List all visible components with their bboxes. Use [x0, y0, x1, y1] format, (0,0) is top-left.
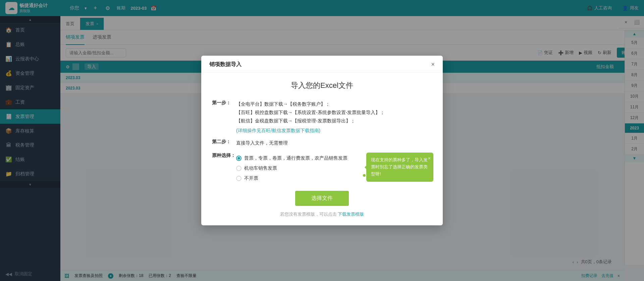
- download-template-link[interactable]: 下载发票模版: [338, 212, 364, 217]
- step2-row: 第二步： 直接导入文件，无需整理: [212, 139, 432, 147]
- step1-row: 第一步： 【全电平台】数据下载→【税务数字账户】； 【百旺】税控盘数据下载→【系…: [212, 100, 432, 135]
- radio-1-inner: [237, 157, 240, 160]
- ticket-option-2-label: 机动车销售发票: [244, 165, 277, 171]
- radio-3-circle: [236, 176, 241, 181]
- modal-close-button[interactable]: ×: [431, 61, 435, 68]
- tooltip-container: × 现在支持的票种多了，导入发票时别忘了选择正确的发票类型呀!: [366, 153, 433, 181]
- step1-line1: 【全电平台】数据下载→【税务数字账户】；: [236, 100, 432, 108]
- footer-text: 若您没有发票模版，可以点击: [280, 212, 337, 217]
- modal-footer: 若您没有发票模版，可以点击 下载发票模版: [212, 211, 432, 217]
- modal-main-title: 导入您的Excel文件: [212, 80, 432, 91]
- step1-line3: 【航信】金税盘数据下载→【报税管理-发票数据导出】；: [236, 117, 432, 125]
- tooltip-bubble: × 现在支持的票种多了，导入发票时别忘了选择正确的发票类型呀!: [366, 153, 433, 181]
- step2-label: 第二步：: [212, 139, 236, 147]
- radio-2-circle: [236, 166, 241, 171]
- step1-line2: 【百旺】税控盘数据下载→【系统设置-系统参数设置-发票批量导入】；: [236, 108, 432, 117]
- ticket-type-row: 票种选择： 普票，专票，卷票，通行费发票，农产品销售发票 机动车销售发票: [212, 153, 432, 181]
- modal-body: 导入您的Excel文件 第一步： 【全电平台】数据下载→【税务数字账户】； 【百…: [201, 72, 443, 226]
- tooltip-close-button[interactable]: ×: [428, 155, 431, 162]
- radio-1-circle: [236, 156, 241, 161]
- tooltip-dot: [362, 173, 366, 177]
- modal-dialog: 销项数据导入 × 导入您的Excel文件 第一步： 【全电平台】数据下载→【税务…: [201, 56, 443, 226]
- ticket-type-label: 票种选择：: [212, 153, 236, 181]
- ticket-option-1[interactable]: 普票，专票，卷票，通行费发票，农产品销售发票: [236, 155, 347, 161]
- ticket-radio-group: 普票，专票，卷票，通行费发票，农产品销售发票 机动车销售发票 不开票: [236, 155, 347, 181]
- modal-header: 销项数据导入 ×: [201, 56, 443, 72]
- step2-content: 直接导入文件，无需整理: [236, 139, 432, 147]
- ticket-option-3[interactable]: 不开票: [236, 175, 347, 181]
- overlay: 销项数据导入 × 导入您的Excel文件 第一步： 【全电平台】数据下载→【税务…: [0, 0, 644, 281]
- step1-link[interactable]: (详细操作见百旺/航信发票数据下载指南): [236, 128, 320, 133]
- ticket-option-2[interactable]: 机动车销售发票: [236, 165, 347, 171]
- ticket-option-3-label: 不开票: [244, 175, 258, 181]
- select-file-button[interactable]: 选择文件: [295, 191, 349, 206]
- tooltip-text: 现在支持的票种多了，导入发票时别忘了选择正确的发票类型呀!: [371, 157, 428, 176]
- step1-content: 【全电平台】数据下载→【税务数字账户】； 【百旺】税控盘数据下载→【系统设置-系…: [236, 100, 432, 135]
- ticket-option-1-label: 普票，专票，卷票，通行费发票，农产品销售发票: [244, 155, 347, 161]
- step1-label: 第一步：: [212, 100, 236, 135]
- modal-title: 销项数据导入: [209, 61, 241, 68]
